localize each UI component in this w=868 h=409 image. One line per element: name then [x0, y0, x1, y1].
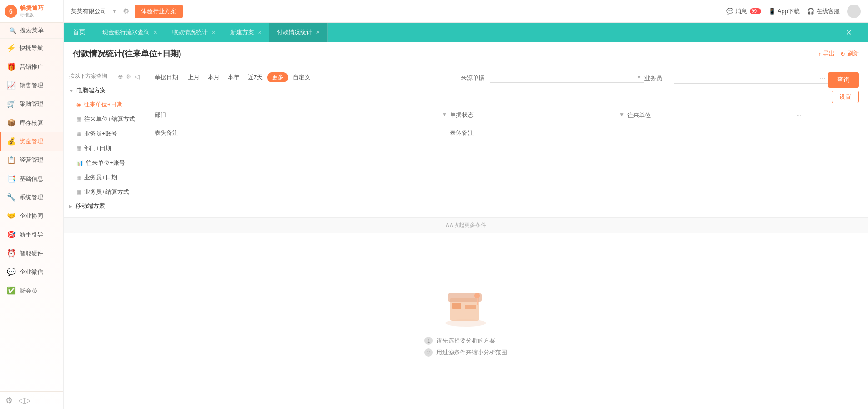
app-download-item[interactable]: 📱 App下载 [768, 7, 800, 15]
sidebar-item-basic[interactable]: 📑基础信息 [0, 169, 63, 188]
nav-label-hardware: 智能硬件 [20, 249, 43, 258]
tab-newplan[interactable]: 新建方案✕ [223, 23, 269, 42]
sidebar-search-item[interactable]: 🔍 搜索菜单 [0, 23, 63, 39]
source-bill-select[interactable]: ▼ [490, 72, 644, 83]
date-tab-last-7days[interactable]: 近7天 [244, 72, 266, 82]
app-download-label: App下载 [778, 7, 800, 15]
scheme-item-staff-settle[interactable]: ▦业务员+结算方式 [64, 185, 145, 199]
tab-close-receipt[interactable]: ✕ [211, 30, 215, 35]
tab-close-newplan[interactable]: ✕ [258, 30, 262, 35]
scheme-item-icon-counterpart-settle: ▦ [76, 116, 81, 122]
sidebar-item-enterprise[interactable]: 🤝企业协同 [0, 207, 63, 225]
topbar-settings-icon[interactable]: ⚙ [123, 7, 129, 15]
sidebar-item-quick-nav[interactable]: ⚡快捷导航 [0, 39, 63, 57]
sidebar-item-capital[interactable]: 💰资金管理 [0, 132, 63, 151]
export-btn[interactable]: ↑ 导出 [818, 50, 835, 58]
table-header-input[interactable] [184, 127, 450, 138]
sidebar-item-operations[interactable]: 📋经营管理 [0, 151, 63, 169]
query-btn[interactable]: 查询 [828, 72, 859, 88]
tab-close-cashflow[interactable]: ✕ [153, 30, 157, 35]
scheme-item-label-staff-date: 业务员+日期 [84, 173, 117, 182]
tab-label-receipt: 收款情况统计 [172, 28, 208, 36]
hint-text-2: 用过滤条件来缩小分析范围 [436, 348, 507, 357]
tab-cashflow[interactable]: 现金银行流水查询✕ [95, 23, 165, 42]
staff-select[interactable]: ··· [674, 72, 828, 84]
sidebar-item-guide[interactable]: 🎯新手引导 [0, 225, 63, 244]
collapse-scheme-icon[interactable]: ◁ [135, 73, 140, 80]
hint-text-1: 请先选择要分析的方案 [436, 337, 495, 345]
date-range-input[interactable]: 2022-01-01 至 2022-12-31 [184, 85, 261, 93]
scheme-item-counterpart-date[interactable]: ◉往来单位+日期 [64, 97, 145, 112]
date-tab-last-month[interactable]: 上月 [184, 72, 203, 82]
date-tab-this-month[interactable]: 本月 [204, 72, 223, 82]
collapse-bar[interactable]: ∧∧ 收起更多条件 [64, 217, 868, 233]
company-chevron-icon[interactable]: ▼ [112, 8, 117, 15]
counterpart-select[interactable]: ··· [657, 110, 804, 121]
messages-badge: 99+ [750, 8, 761, 14]
settings-btn[interactable]: 设置 [832, 91, 859, 103]
sidebar-item-purchase[interactable]: 🛒采购管理 [0, 95, 63, 113]
scheme-item-icon-counterpart-date: ◉ [76, 101, 81, 108]
sidebar-item-inventory[interactable]: 📦库存核算 [0, 113, 63, 132]
dept-select[interactable]: ▼ [184, 110, 450, 120]
settings-bottom-icon[interactable]: ⚙ [5, 395, 13, 405]
sidebar-item-system[interactable]: 🔧系统管理 [0, 188, 63, 207]
date-tab-this-year[interactable]: 本年 [224, 72, 243, 82]
settings-scheme-icon[interactable]: ⚙ [126, 73, 132, 80]
trial-btn[interactable]: 体验行业方案 [135, 5, 183, 18]
sidebar-bottom: ⚙ ◁▷ [0, 391, 63, 409]
avatar[interactable] [847, 5, 861, 18]
collapse-icon: ∧∧ [445, 222, 454, 229]
desktop-scheme-group[interactable]: ▼ 电脑端方案 [64, 84, 145, 97]
nav-icon-sales: 📈 [7, 81, 16, 90]
tab-payment[interactable]: 付款情况统计✕ [269, 23, 328, 42]
filter-btn-col: 查询 设置 [828, 72, 859, 103]
tab-receipt[interactable]: 收款情况统计✕ [165, 23, 223, 42]
scheme-item-icon-dept-date: ▦ [76, 145, 81, 151]
date-tab-custom[interactable]: 自定义 [289, 72, 314, 82]
source-bill-arrow-icon: ▼ [636, 74, 642, 81]
scheme-item-dept-date[interactable]: ▦部门+日期 [64, 141, 145, 156]
date-tab-more[interactable]: 更多 [267, 72, 288, 82]
export-icon: ↑ [818, 50, 822, 57]
tab-home[interactable]: 首页 [64, 23, 95, 42]
sidebar-item-sales[interactable]: 📈销售管理 [0, 76, 63, 95]
nav-label-quick-nav: 快捷导航 [20, 44, 43, 52]
scheme-item-label-dept-date: 部门+日期 [84, 144, 111, 152]
maximize-icon[interactable]: ⛶ [855, 28, 863, 36]
tab-close-payment[interactable]: ✕ [316, 30, 320, 35]
page-header: 付款情况统计(往来单位+日期) ↑ 导出 ↻ 刷新 [64, 42, 868, 66]
staff-field: 业务员 ··· [644, 72, 828, 84]
sidebar-item-member[interactable]: ✅畅会员 [0, 281, 63, 300]
sidebar-item-marketing[interactable]: 🎁营销推广 [0, 57, 63, 76]
table-body-control [479, 127, 627, 138]
staff-more-icon[interactable]: ··· [820, 74, 825, 81]
scheme-item-staff-date[interactable]: ▦业务员+日期 [64, 170, 145, 185]
refresh-btn[interactable]: ↻ 刷新 [840, 50, 859, 58]
scheme-item-staff-account[interactable]: ▦业务员+账号 [64, 126, 145, 141]
company-name: 某某有限公司 [71, 7, 106, 15]
mobile-scheme-group[interactable]: ▶ 移动端方案 [64, 199, 145, 213]
counterpart-more-icon[interactable]: ··· [796, 111, 802, 119]
sidebar-logo: 6 畅捷通巧 标准版 [0, 0, 63, 23]
add-scheme-icon[interactable]: ⊕ [118, 73, 123, 80]
online-service-item[interactable]: 🎧 在线客服 [807, 7, 840, 15]
desktop-group-arrow: ▼ [69, 88, 74, 93]
staff-label: 业务员 [644, 74, 674, 82]
table-header-control [184, 127, 450, 138]
collapse-sidebar-icon[interactable]: ◁▷ [18, 395, 31, 405]
sidebar-item-hardware[interactable]: ⏰智能硬件 [0, 244, 63, 263]
scheme-item-counterpart-settle[interactable]: ▦往来单位+结算方式 [64, 112, 145, 126]
sidebar-item-wechat[interactable]: 💬企业微信 [0, 263, 63, 281]
tab-label-payment: 付款情况统计 [277, 28, 312, 36]
tabs-bar: 首页现金银行流水查询✕收款情况统计✕新建方案✕付款情况统计✕ ✕ ⛶ [64, 23, 868, 42]
scheme-item-label-staff-account: 业务员+账号 [84, 130, 117, 138]
bill-status-select[interactable]: ▼ [479, 110, 627, 120]
scheme-item-counterpart-account[interactable]: 📊往来单位+账号 [64, 156, 145, 170]
table-body-input[interactable] [479, 127, 627, 138]
messages-item[interactable]: 💬 消息 99+ [726, 7, 761, 15]
date-label: 单据日期 [155, 73, 184, 81]
table-body-field: 表体备注 [450, 127, 627, 138]
date-field: 单据日期 上月本月本年近7天更多自定义 2022-01-01 至 2022-12… [155, 72, 461, 93]
close-tab-icon[interactable]: ✕ [846, 28, 852, 37]
